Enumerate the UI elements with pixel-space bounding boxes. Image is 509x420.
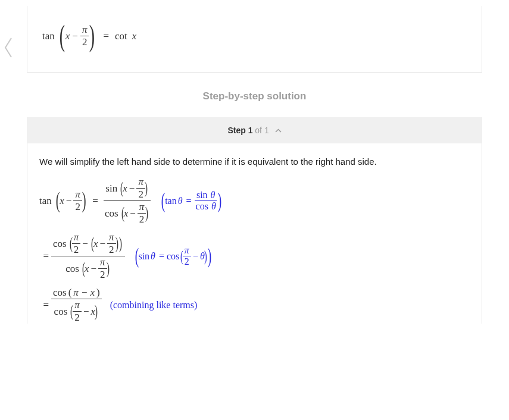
paren-group: x − π 2 xyxy=(57,24,98,48)
frac: cos ( π − x ) cos π 2 − x xyxy=(51,287,102,324)
step-body: We will simplify the left hand side to d… xyxy=(27,143,482,324)
problem-equation: tan x − π 2 = cot x xyxy=(42,24,136,48)
problem-card: tan x − π 2 = cot x xyxy=(27,6,482,73)
x: x xyxy=(90,287,95,299)
two: 2 xyxy=(75,201,80,213)
eq: = xyxy=(39,299,49,311)
cos: cos xyxy=(105,208,118,220)
frac: π 2 xyxy=(138,201,146,225)
two: 2 xyxy=(109,244,114,256)
theta: θ xyxy=(200,251,205,262)
paren: π 2 − x xyxy=(69,299,99,324)
paren: sin θ = cos π 2 − θ xyxy=(133,245,213,267)
theta: θ xyxy=(211,190,216,200)
tan: tan xyxy=(39,195,52,207)
two: 2 xyxy=(138,189,143,200)
theta: θ xyxy=(211,201,216,212)
inner-paren: x − π 2 xyxy=(90,231,120,256)
x: x xyxy=(124,208,129,220)
pi: π xyxy=(73,287,79,299)
eq: = xyxy=(92,195,98,207)
section-title: Step-by-step solution xyxy=(0,90,509,102)
x: x xyxy=(90,306,95,318)
x: x xyxy=(93,238,98,250)
inner-paren: π 2 − θ xyxy=(179,245,208,267)
two: 2 xyxy=(139,214,145,225)
sin: sin xyxy=(105,183,117,195)
frac: π 2 xyxy=(72,231,81,256)
two: 2 xyxy=(74,312,80,324)
step-of: of xyxy=(252,126,264,135)
reason-2: sin θ = cos π 2 − θ xyxy=(133,245,213,267)
theta: θ xyxy=(151,251,155,262)
minus: − xyxy=(130,208,136,220)
minus: − xyxy=(129,183,135,195)
var-x: x xyxy=(132,30,137,42)
pi: π xyxy=(75,189,80,200)
paren: x − π 2 xyxy=(54,189,88,213)
x: x xyxy=(123,183,127,195)
two: 2 xyxy=(82,36,88,48)
paren: π 2 − x − π 2 xyxy=(68,231,123,256)
pi: π xyxy=(82,24,88,36)
paren: tan θ = sinθ cosθ xyxy=(160,190,223,212)
sin: sin xyxy=(138,251,149,262)
cos: cos xyxy=(196,201,208,212)
frac: π 2 xyxy=(98,256,107,281)
minus: − xyxy=(90,263,96,275)
sin: sin xyxy=(196,190,208,200)
tan: tan xyxy=(165,196,177,206)
paren: x − π 2 xyxy=(81,256,111,281)
eq: = xyxy=(159,251,164,262)
tan-label: tan xyxy=(42,30,55,42)
intro-text: We will simplify the left hand side to d… xyxy=(39,156,470,167)
two: 2 xyxy=(185,256,189,267)
two: 2 xyxy=(74,244,79,256)
eq: = xyxy=(186,196,192,206)
frac: sinθ cosθ xyxy=(194,190,218,212)
chevron-left-icon xyxy=(3,36,15,59)
x: x xyxy=(85,263,89,275)
math-line-2: = cos π 2 − x − π xyxy=(39,231,470,281)
x: x xyxy=(60,195,64,207)
eq: = xyxy=(39,250,49,262)
chevron-up-icon xyxy=(275,126,282,135)
two: 2 xyxy=(100,269,105,281)
pi: π xyxy=(138,176,143,188)
theta: θ xyxy=(178,196,183,206)
equals: = xyxy=(103,30,109,42)
pi: π xyxy=(109,231,114,243)
cos: cos xyxy=(65,263,79,275)
minus: − xyxy=(99,238,105,250)
minus: − xyxy=(193,251,198,262)
frac: cos π 2 − x − π 2 xyxy=(51,231,125,281)
math-line-3: = cos ( π − x ) cos π 2 xyxy=(39,287,470,324)
reason-3: (combining like terms) xyxy=(110,300,198,311)
step-header[interactable]: Step 1 of 1 xyxy=(27,117,482,143)
var-x: x xyxy=(65,30,70,42)
frac-pi-2: π 2 xyxy=(80,24,89,48)
cos: cos xyxy=(54,306,68,318)
frac: π 2 xyxy=(107,231,116,256)
frac-sin-cos: sin x − π 2 cos x − xyxy=(103,176,151,225)
frac: π 2 xyxy=(136,176,145,200)
reason-1: tan θ = sinθ cosθ xyxy=(160,190,223,212)
paren: x − π 2 xyxy=(120,201,150,225)
math-line-1: tan x − π 2 = sin x − π xyxy=(39,176,470,225)
minus: − xyxy=(83,306,89,318)
cot-label: cot xyxy=(115,30,127,42)
pi: π xyxy=(100,256,105,268)
pi: π xyxy=(185,245,189,256)
cos: cos xyxy=(53,287,67,299)
pi: π xyxy=(74,231,79,243)
minus: − xyxy=(82,287,88,299)
prev-arrow[interactable] xyxy=(3,36,21,65)
step-label: Step xyxy=(227,126,248,135)
minus: − xyxy=(72,30,78,42)
cos: cos xyxy=(167,251,179,262)
paren: x − π 2 xyxy=(119,176,149,200)
frac: π 2 xyxy=(73,189,82,213)
pi: π xyxy=(74,299,80,311)
frac: π 2 xyxy=(183,245,191,267)
step-total: 1 xyxy=(264,126,269,135)
